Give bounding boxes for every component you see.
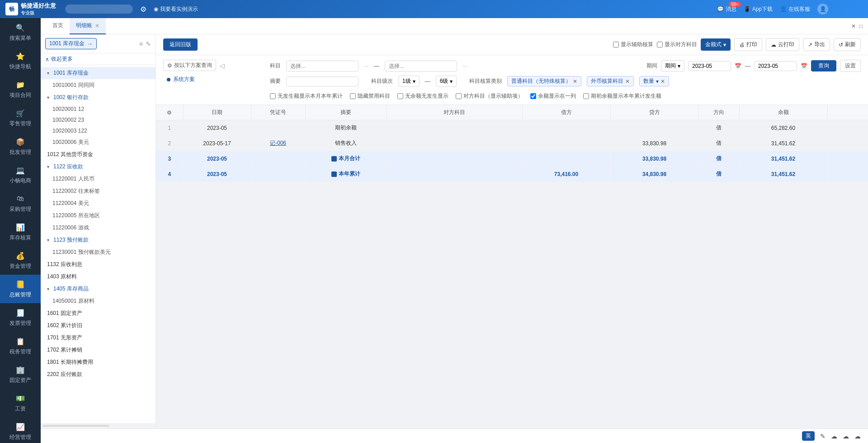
account-1001[interactable]: ▾ 1001 库存现金	[41, 67, 156, 79]
account-10020003[interactable]: 10020003 122	[41, 125, 156, 136]
list-view-icon[interactable]: ≡	[139, 40, 143, 48]
account-11220006[interactable]: 11220006 游戏	[41, 222, 156, 234]
query-btn[interactable]: 查询	[811, 60, 836, 71]
chk-no-balance-show[interactable]: 无余额无发生显示	[397, 92, 448, 100]
account-2202[interactable]: 2202 应付账款	[41, 368, 156, 381]
period-start-input[interactable]	[688, 61, 731, 71]
sidebar-item-purchase[interactable]: 🛍 采购管理	[0, 189, 41, 218]
account-11220001[interactable]: 11220001 人民币	[41, 173, 156, 185]
sidebar-item-salary[interactable]: 💵 工资	[0, 389, 41, 417]
tag3-close-icon[interactable]: ✕	[660, 78, 665, 85]
tab-close-icon[interactable]: ✕	[95, 23, 99, 29]
account-10020006[interactable]: 10020006 美元	[41, 136, 156, 148]
account-10020001[interactable]: 10020001 12	[41, 104, 156, 114]
print-btn[interactable]: 🖨 打印	[734, 38, 762, 51]
category-tag-2[interactable]: 外币核算科目 ✕	[587, 76, 634, 86]
account-1132[interactable]: 1132 应收利息	[41, 258, 156, 271]
sidebar-item-tax[interactable]: 📋 税务管理	[0, 332, 41, 360]
tag2-close-icon[interactable]: ✕	[625, 78, 630, 85]
chk-period-balance[interactable]: 期初余额显示本年累计发生额	[583, 92, 661, 100]
refresh-btn[interactable]: ↺ 刷新	[834, 38, 861, 51]
account-1002[interactable]: ▾ 1002 银行存款	[41, 91, 156, 104]
th-settings[interactable]: ⚙	[156, 105, 183, 120]
window-maximize-btn[interactable]: □	[859, 23, 863, 29]
horizontal-scrollbar[interactable]	[41, 423, 156, 429]
tab-ledger[interactable]: 明细账 ✕	[70, 18, 106, 34]
sidebar-item-invoice[interactable]: 🧾 发票管理	[0, 303, 41, 332]
account-1123[interactable]: ▾ 1123 预付账款	[41, 234, 156, 246]
account-1601[interactable]: 1601 固定资产	[41, 307, 156, 319]
account-1701[interactable]: 1701 无形资产	[41, 332, 156, 344]
sidebar-item-fixed[interactable]: 🏢 固定资产	[0, 360, 41, 389]
filter-collapse-icon[interactable]: ◁	[220, 62, 225, 69]
sidebar-item-search[interactable]: 🔍 搜索菜单	[0, 18, 41, 47]
sidebar-item-business[interactable]: 📈 经营管理	[0, 417, 41, 443]
account-14050001[interactable]: 14050001 原材料	[41, 295, 156, 307]
account-11220002[interactable]: 11220002 往来标签	[41, 185, 156, 197]
selected-account[interactable]: 1001 库存现金 →	[45, 38, 97, 49]
top-search-input[interactable]	[65, 5, 133, 14]
level-end-select[interactable]: 6级 ▾	[436, 76, 457, 87]
app-download-btn[interactable]: 📱 App下载	[744, 5, 773, 13]
sidebar-item-shortcut[interactable]: ⭐ 快捷导航	[0, 47, 41, 75]
category-tag-3[interactable]: 数量 ▾ ✕	[639, 76, 669, 86]
sync-status-icon[interactable]: ☁	[843, 433, 849, 440]
chk-opposite-show[interactable]: 对方科目（显示辅助项）	[456, 92, 523, 100]
account-11220005[interactable]: 11220005 所在地区	[41, 210, 156, 222]
edit-icon[interactable]: ✎	[146, 40, 151, 48]
account-11230001[interactable]: 11230001 预付账款美元	[41, 246, 156, 258]
settings-icon[interactable]: ⚙	[140, 5, 146, 14]
show-opposite-checkbox[interactable]: 显示对方科目	[657, 41, 697, 48]
level-start-select[interactable]: 1级 ▾	[398, 76, 420, 87]
cloud-status-icon[interactable]: ☁	[831, 433, 837, 440]
expand-more-btn[interactable]: ∧ 收起更多	[45, 55, 151, 63]
edit-status-icon[interactable]: ✎	[820, 433, 826, 440]
account-11220004[interactable]: 11220004 美元	[41, 197, 156, 210]
cloud-print-btn[interactable]: ☁ 云打印	[766, 38, 799, 51]
sidebar-item-inventory[interactable]: 📊 库存核算	[0, 218, 41, 246]
ellipsis-btn-2[interactable]: ···	[462, 63, 467, 69]
subject-end-input[interactable]	[385, 61, 457, 71]
account-1403[interactable]: 1403 原材料	[41, 271, 156, 283]
account-1405[interactable]: ▾ 1405 库存商品	[41, 283, 156, 295]
message-btn[interactable]: 💬 消息 99+	[717, 5, 736, 13]
account-10020002[interactable]: 10020002 23	[41, 114, 156, 125]
show-aux-checkbox[interactable]: 显示辅助核算	[613, 41, 653, 48]
chk-no-balance[interactable]: 无发生额显示本月本年累计	[270, 92, 343, 100]
user-avatar[interactable]: 👤	[817, 4, 828, 14]
subject-start-input[interactable]	[286, 61, 359, 71]
sidebar-item-ecommerce[interactable]: 💻 小畅电商	[0, 161, 41, 189]
tab-home[interactable]: 首页	[46, 18, 70, 34]
period-end-input[interactable]	[754, 61, 797, 71]
period-type-select[interactable]: 期间 ▾	[661, 60, 684, 71]
sidebar-item-wholesale[interactable]: 📦 批发管理	[0, 132, 41, 161]
demo-link[interactable]: ◉ 我要看实例演示	[154, 5, 198, 13]
calendar-start-icon[interactable]: 📅	[735, 63, 741, 69]
chk-balance-one-col[interactable]: 余额显示在一列	[530, 92, 576, 100]
format-btn[interactable]: 金额式 ▾	[701, 38, 731, 51]
cloud2-status-icon[interactable]: ☁	[854, 433, 861, 440]
export-btn[interactable]: ↗ 导出	[803, 38, 830, 51]
tag1-close-icon[interactable]: ✕	[573, 78, 577, 85]
account-1012[interactable]: 1012 其他货币资金	[41, 148, 156, 161]
calendar-end-icon[interactable]: 📅	[801, 63, 807, 69]
account-1702[interactable]: 1702 累计摊销	[41, 344, 156, 356]
ellipsis-btn-1[interactable]: ···	[364, 63, 368, 69]
account-1801[interactable]: 1801 长期待摊费用	[41, 356, 156, 368]
chk-hide-disabled[interactable]: 隐藏禁用科目	[350, 92, 390, 100]
voucher-link[interactable]: 记-006	[270, 140, 286, 146]
filter-toggle-btn[interactable]: ⚙ 按以下方案查询	[163, 60, 216, 71]
online-service-btn[interactable]: 👤 在线客服	[780, 5, 810, 13]
language-btn[interactable]: 英	[802, 431, 815, 441]
sidebar-item-project[interactable]: 📁 项目合同	[0, 75, 41, 104]
sidebar-item-finance[interactable]: 💰 资金管理	[0, 246, 41, 275]
account-1602[interactable]: 1602 累计折旧	[41, 319, 156, 332]
account-1122[interactable]: ▾ 1122 应收款	[41, 161, 156, 173]
system-scheme-btn[interactable]: 系统方案	[163, 74, 263, 85]
summary-input[interactable]	[286, 76, 359, 86]
category-tag-1[interactable]: 普通科目（无特殊核算） ✕	[507, 76, 581, 86]
sidebar-item-ledger[interactable]: 📒 总账管理	[0, 275, 41, 303]
settings-btn[interactable]: 设置	[840, 60, 861, 72]
account-10010001[interactable]: 10010001 同同同	[41, 79, 156, 91]
back-btn[interactable]: 返回旧版	[163, 38, 198, 51]
